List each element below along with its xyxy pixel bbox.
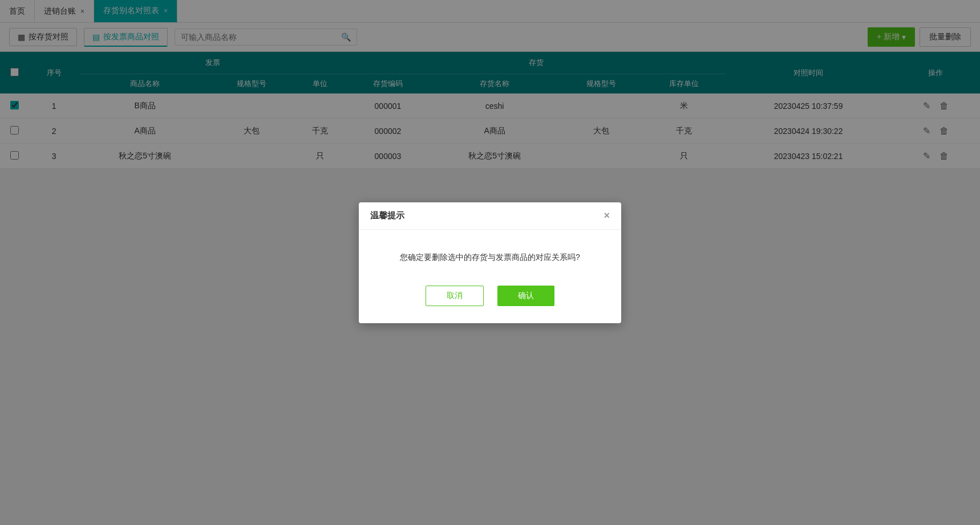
dialog-overlay: 温馨提示 × 您确定要删除选中的存货与发票商品的对应关系吗? 取消 确认 (0, 0, 980, 169)
